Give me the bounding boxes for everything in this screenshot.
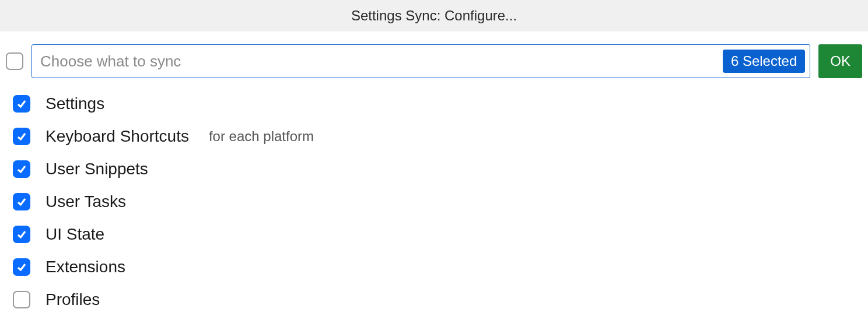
item-checkbox[interactable] — [13, 160, 30, 178]
sync-items-list: SettingsKeyboard Shortcutsfor each platf… — [0, 78, 868, 309]
list-item[interactable]: Profiles — [13, 290, 862, 309]
item-checkbox[interactable] — [13, 95, 30, 113]
list-item[interactable]: User Snippets — [13, 160, 862, 178]
list-item[interactable]: Keyboard Shortcutsfor each platform — [13, 127, 862, 146]
list-item[interactable]: UI State — [13, 225, 862, 244]
item-checkbox[interactable] — [13, 128, 30, 145]
item-label: Profiles — [46, 290, 100, 309]
controls-row: 6 Selected OK — [0, 31, 868, 78]
dialog-title: Settings Sync: Configure... — [351, 8, 517, 24]
filter-input[interactable] — [40, 52, 717, 71]
select-all-checkbox[interactable] — [6, 52, 23, 70]
item-label: Settings — [46, 94, 104, 113]
list-item[interactable]: Extensions — [13, 258, 862, 276]
item-label: Keyboard Shortcuts — [46, 127, 189, 146]
ok-button[interactable]: OK — [818, 44, 862, 78]
item-label: User Tasks — [46, 192, 126, 211]
item-checkbox[interactable] — [13, 258, 30, 276]
item-checkbox[interactable] — [13, 291, 30, 308]
item-sublabel: for each platform — [209, 128, 314, 145]
list-item[interactable]: Settings — [13, 94, 862, 113]
item-checkbox[interactable] — [13, 226, 30, 243]
item-label: UI State — [46, 225, 104, 244]
dialog-header: Settings Sync: Configure... — [0, 0, 868, 31]
selected-count-badge: 6 Selected — [723, 50, 805, 73]
item-label: Extensions — [46, 258, 125, 276]
filter-input-wrap: 6 Selected — [32, 44, 810, 78]
list-item[interactable]: User Tasks — [13, 192, 862, 211]
item-checkbox[interactable] — [13, 193, 30, 210]
item-label: User Snippets — [46, 160, 148, 178]
